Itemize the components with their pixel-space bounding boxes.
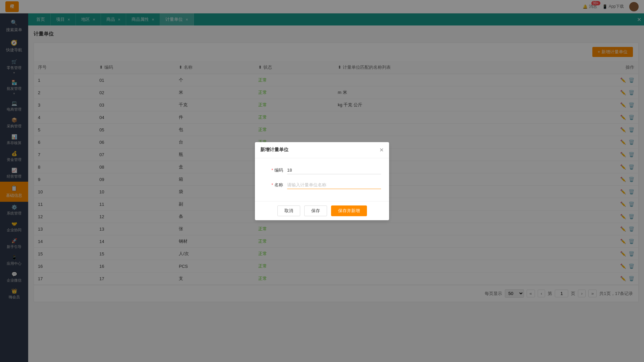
form-row-code: 编码 — [263, 166, 381, 174]
add-unit-modal: 新增计量单位 ✕ 编码 名称 取消 保存 保存并新增 — [255, 142, 389, 220]
save-and-new-button[interactable]: 保存并新增 — [331, 205, 367, 216]
save-button[interactable]: 保存 — [304, 205, 327, 216]
modal-close-button[interactable]: ✕ — [379, 147, 384, 153]
modal-footer: 取消 保存 保存并新增 — [255, 201, 389, 220]
name-label: 名称 — [263, 182, 283, 188]
code-label: 编码 — [263, 167, 283, 173]
modal-body: 编码 名称 — [255, 158, 389, 201]
cancel-button[interactable]: 取消 — [277, 205, 300, 216]
modal-header: 新增计量单位 ✕ — [255, 142, 389, 158]
modal-title: 新增计量单位 — [260, 147, 288, 153]
code-input[interactable] — [287, 166, 381, 174]
name-input[interactable] — [287, 181, 381, 189]
modal-overlay[interactable]: 新增计量单位 ✕ 编码 名称 取消 保存 保存并新增 — [0, 0, 644, 362]
form-row-name: 名称 — [263, 181, 381, 189]
